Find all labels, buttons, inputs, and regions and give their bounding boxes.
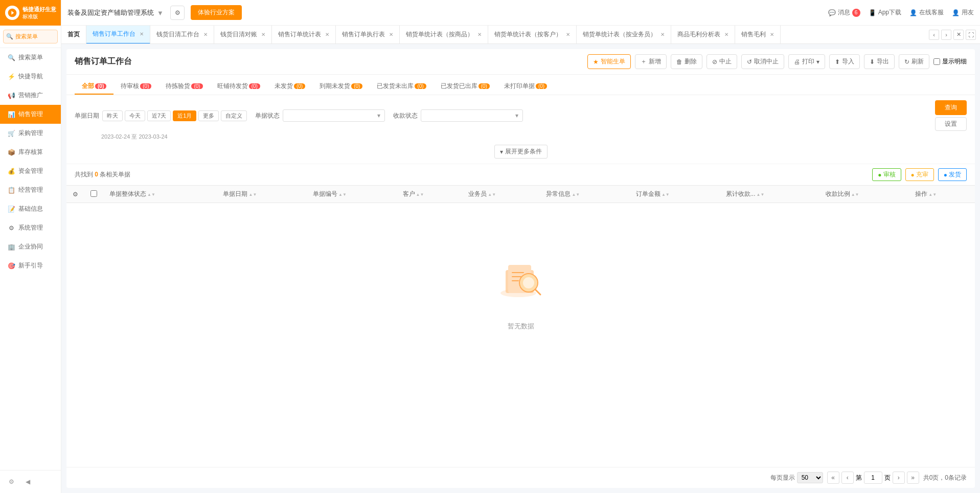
tab-close-sales-exec[interactable]: ✕ xyxy=(389,32,393,37)
sub-tab-all[interactable]: 全部(0) xyxy=(75,79,113,95)
settings-bottom-icon[interactable]: ⚙ xyxy=(5,476,17,488)
tabs-prev-button[interactable]: ‹ xyxy=(929,30,939,40)
tab-goods-stats-salesman[interactable]: 销货单统计表（按业务员）✕ xyxy=(577,26,671,44)
show-detail-checkbox[interactable] xyxy=(933,58,940,65)
last-page-button[interactable]: » xyxy=(907,472,919,484)
user-menu-button[interactable]: 👤 用友 xyxy=(952,8,974,17)
ship-button[interactable]: ● 发货 xyxy=(938,168,967,181)
date-filter-yesterday[interactable]: 昨天 xyxy=(102,110,123,121)
sidebar-item-system[interactable]: ⚙系统管理 xyxy=(0,218,61,237)
col-settings[interactable]: ⚙ xyxy=(66,186,84,203)
sub-tab-overdue-not-shipped[interactable]: 到期未发货(0) xyxy=(312,79,370,95)
col-checkbox[interactable] xyxy=(84,186,103,203)
tab-goods-stats-customer[interactable]: 销货单统计表（按客户）✕ xyxy=(488,26,577,44)
sort-icon-date[interactable]: ▲▼ xyxy=(248,193,257,197)
cancel-stop-button[interactable]: ↺ 取消中止 xyxy=(741,54,784,69)
sub-tab-not-shipped[interactable]: 未发货(0) xyxy=(267,79,312,95)
sidebar-item-inventory[interactable]: 📦库存核算 xyxy=(0,143,61,162)
date-filter-more[interactable]: 更多 xyxy=(198,110,219,121)
abandon-audit-button[interactable]: ● 充审 xyxy=(905,168,934,181)
tab-close-goods-stats-customer[interactable]: ✕ xyxy=(566,32,570,37)
refresh-button[interactable]: ↻ 刷新 xyxy=(899,54,929,69)
export-button[interactable]: ⬇ 导出 xyxy=(864,54,895,69)
status-select[interactable]: ▾ xyxy=(283,109,385,122)
sub-tab-pending-goods[interactable]: 待拣验货(0) xyxy=(158,79,210,95)
import-button[interactable]: ⬆ 导入 xyxy=(829,54,860,69)
sidebar-item-enterprise[interactable]: 🏢企业协同 xyxy=(0,237,61,256)
tab-goods-stats-product[interactable]: 销货单统计表（按商品）✕ xyxy=(400,26,488,44)
prev-page-button[interactable]: ‹ xyxy=(841,472,854,484)
tab-sales-more[interactable]: 销售毛利✕ xyxy=(735,26,781,44)
delete-button[interactable]: 🗑 删除 xyxy=(671,54,702,69)
tab-close-sales-stats[interactable]: ✕ xyxy=(325,32,329,37)
show-detail-checkbox-area[interactable]: 显示明细 xyxy=(933,57,967,66)
sort-icon-status[interactable]: ▲▼ xyxy=(147,193,155,197)
query-button[interactable]: 查询 xyxy=(935,100,967,115)
date-filter-7days[interactable]: 近7天 xyxy=(147,110,171,121)
date-filter-custom[interactable]: 自定义 xyxy=(221,110,247,121)
date-filter-1month[interactable]: 近1月 xyxy=(173,110,196,121)
tab-home[interactable]: 首页 xyxy=(61,26,86,44)
tab-close-cash-daily[interactable]: ✕ xyxy=(203,32,208,37)
tabs-next-button[interactable]: › xyxy=(941,30,951,40)
sub-tab-not-printed[interactable]: 未打印单据(0) xyxy=(497,79,554,95)
tab-close-sales-more[interactable]: ✕ xyxy=(770,32,774,37)
sidebar-item-basic-info[interactable]: 📝基础信息 xyxy=(0,199,61,218)
tab-gross-profit[interactable]: 商品毛利分析表✕ xyxy=(671,26,735,44)
online-service-button[interactable]: 👤 在线客服 xyxy=(909,8,944,17)
sub-tab-shipped-not-out[interactable]: 已发货未出库(0) xyxy=(370,79,433,95)
sidebar-item-search[interactable]: 🔍搜索菜单 xyxy=(0,48,61,67)
sidebar-item-finance[interactable]: 💰资金管理 xyxy=(0,162,61,181)
sub-tab-wangpu-pending[interactable]: 旺铺待发货(0) xyxy=(210,79,267,95)
app-download-button[interactable]: 📱 App下载 xyxy=(869,8,901,17)
tab-cash-daily[interactable]: 钱货日清工作台✕ xyxy=(150,26,214,44)
page-size-select[interactable]: 50 100 200 xyxy=(797,472,823,483)
date-filter-today[interactable]: 今天 xyxy=(125,110,145,121)
audit-button[interactable]: ● 审核 xyxy=(872,168,901,181)
sidebar-item-marketing[interactable]: 📢营销推广 xyxy=(0,86,61,105)
sort-icon-ratio[interactable]: ▲▼ xyxy=(851,193,859,197)
tab-sales-exec[interactable]: 销售订单执行表✕ xyxy=(336,26,400,44)
sort-icon-collected[interactable]: ▲▼ xyxy=(757,193,765,197)
sidebar-item-guide[interactable]: 🎯新手引导 xyxy=(0,256,61,275)
tab-cash-reconcile[interactable]: 钱货日清对账✕ xyxy=(214,26,272,44)
expand-filters-button[interactable]: ▾ 展开更多条件 xyxy=(494,145,548,159)
topbar-settings-button[interactable]: ⚙ xyxy=(170,6,185,20)
sub-tab-shipped-out[interactable]: 已发货已出库(0) xyxy=(434,79,497,95)
first-page-button[interactable]: « xyxy=(827,472,839,484)
sidebar-item-purchase[interactable]: 🛒采购管理 xyxy=(0,124,61,143)
tab-sales-workbench[interactable]: 销售订单工作台✕ xyxy=(86,26,150,44)
add-button[interactable]: ＋ 新增 xyxy=(635,54,667,69)
tabs-fullscreen-button[interactable]: ⛶ xyxy=(966,30,976,40)
topbar-dropdown-icon[interactable]: ▼ xyxy=(157,9,164,16)
payment-select[interactable]: ▾ xyxy=(421,109,523,122)
page-number-input[interactable] xyxy=(864,472,882,484)
tab-close-gross-profit[interactable]: ✕ xyxy=(724,32,728,37)
sub-tab-pending-audit[interactable]: 待审核(0) xyxy=(113,79,158,95)
tab-sales-stats[interactable]: 销售订单统计表✕ xyxy=(272,26,336,44)
tab-close-cash-reconcile[interactable]: ✕ xyxy=(261,32,265,37)
sort-icon-customer[interactable]: ▲▼ xyxy=(416,193,424,197)
tab-close-goods-stats-product[interactable]: ✕ xyxy=(477,32,482,37)
sort-icon-actions[interactable]: ▲▼ xyxy=(928,193,937,197)
sort-icon-salesman[interactable]: ▲▼ xyxy=(488,193,496,197)
sidebar-item-operations[interactable]: 📋经营管理 xyxy=(0,181,61,199)
print-button[interactable]: 🖨 打印 ▾ xyxy=(788,54,825,69)
message-button[interactable]: 💬 消息 6 xyxy=(828,8,860,17)
select-all-checkbox[interactable] xyxy=(90,190,97,197)
sort-icon-abnormal[interactable]: ▲▼ xyxy=(572,193,580,197)
smart-create-button[interactable]: ★ 智能生单 xyxy=(587,54,631,69)
next-page-button[interactable]: › xyxy=(893,472,905,484)
sidebar-item-sales[interactable]: 📊销售管理 xyxy=(0,105,61,124)
sort-icon-number[interactable]: ▲▼ xyxy=(338,193,347,197)
tabs-close-all-button[interactable]: ✕ xyxy=(953,30,964,40)
stop-button[interactable]: ⊘ 中止 xyxy=(706,54,737,69)
collapse-icon[interactable]: ◀ xyxy=(21,476,34,488)
industry-solution-button[interactable]: 体验行业方案 xyxy=(191,5,242,20)
search-menu-button[interactable]: 🔍 搜索菜单 xyxy=(3,30,58,43)
sidebar-item-quick-nav[interactable]: ⚡快捷导航 xyxy=(0,67,61,86)
filter-settings-button[interactable]: 设置 xyxy=(935,117,967,131)
sort-icon-amount[interactable]: ▲▼ xyxy=(662,193,670,197)
tab-close-goods-stats-salesman[interactable]: ✕ xyxy=(660,32,665,37)
tab-close-sales-workbench[interactable]: ✕ xyxy=(140,31,144,37)
